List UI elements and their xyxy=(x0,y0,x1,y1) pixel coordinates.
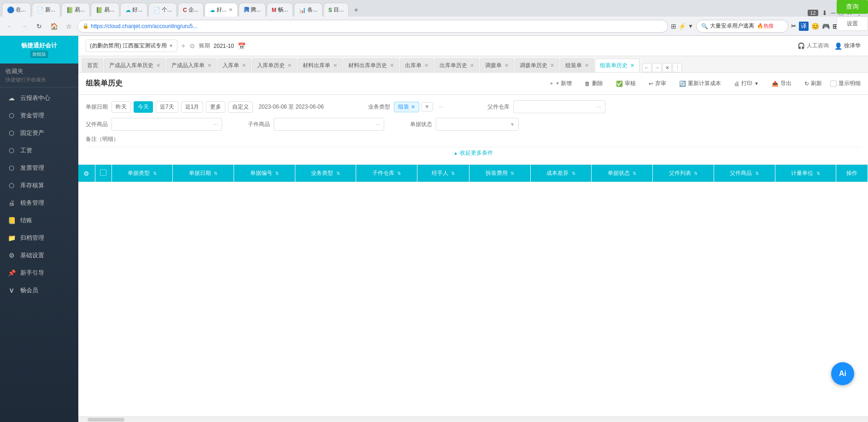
display-checkbox[interactable] xyxy=(830,81,837,87)
sidebar-item-cloud-report[interactable]: ☁ 云报表中心 xyxy=(0,89,78,107)
collapse-bar[interactable]: ▲ 收起更多条件 xyxy=(86,147,861,159)
browser-tab-4[interactable]: 📗 易... xyxy=(91,3,119,17)
calendar-icon[interactable]: 📅 xyxy=(238,42,246,50)
doc-tab-assembly[interactable]: 组装单 ✕ xyxy=(560,58,594,72)
minimize-button[interactable]: ─ xyxy=(831,9,836,17)
browser-tab-6[interactable]: 📄 个... xyxy=(148,3,177,17)
browser-tab-11[interactable]: 📊 各... xyxy=(294,3,323,17)
browser-tab-9[interactable]: 腾 腾... xyxy=(239,3,266,17)
out-order-close[interactable]: ✕ xyxy=(424,63,428,69)
assembly-hist-close[interactable]: ✕ xyxy=(630,63,634,69)
scrollbar-thumb[interactable] xyxy=(88,418,124,422)
display-toggle[interactable]: 显示明细 xyxy=(830,80,861,87)
parent-goods-input[interactable]: ··· xyxy=(111,118,222,131)
in-hist-close[interactable]: ✕ xyxy=(287,63,292,69)
sidebar-item-member[interactable]: V 畅会员 xyxy=(0,282,78,299)
translate-icon[interactable]: 译 xyxy=(799,22,809,31)
browser-tab-2[interactable]: 📄 新... xyxy=(32,3,60,17)
browser-tab-3[interactable]: 📗 易... xyxy=(61,3,90,17)
order-status-input[interactable]: ▼ xyxy=(436,118,519,131)
th-child-warehouse[interactable]: 子件仓库 ⇅ xyxy=(356,165,417,182)
th-handler[interactable]: 经手人 ⇅ xyxy=(417,165,469,182)
bookmark-button[interactable]: ☆ xyxy=(63,20,75,32)
browser-tab-12[interactable]: S 目... xyxy=(323,3,349,17)
custom-btn[interactable]: 自定义 xyxy=(228,101,253,113)
mat-out-hist-close[interactable]: ✕ xyxy=(390,63,394,69)
prod-in-hist-close[interactable]: ✕ xyxy=(156,63,160,69)
home-button[interactable]: 🏠 xyxy=(48,20,60,32)
browser-tab-1[interactable]: 🔵 在... xyxy=(2,3,31,17)
th-order-date[interactable]: 单据日期 ⇅ xyxy=(173,165,234,182)
browser-tab-5[interactable]: ☁ 好... xyxy=(120,3,147,17)
lightning-icon[interactable]: ⚡ xyxy=(678,23,686,30)
forward-button[interactable]: → xyxy=(18,20,30,32)
delete-button[interactable]: 🗑 删除 xyxy=(580,77,608,90)
scissors-icon[interactable]: ✂ xyxy=(791,23,796,29)
doc-tab-prod-in[interactable]: 产成品入库单 ✕ xyxy=(166,58,217,72)
print-button[interactable]: 🖨 打印 ▼ xyxy=(729,77,763,90)
week-btn[interactable]: 近7天 xyxy=(156,101,178,113)
tab-more-button[interactable]: ⋮ xyxy=(673,63,682,72)
tab-next-button[interactable]: → xyxy=(652,63,662,72)
today-btn[interactable]: 今天 xyxy=(134,101,153,113)
prod-in-close[interactable]: ✕ xyxy=(207,63,211,69)
doc-tab-prod-in-hist[interactable]: 产成品入库单历史 ✕ xyxy=(104,58,165,72)
download-icon[interactable]: ⬇ xyxy=(822,9,827,17)
horizontal-scrollbar[interactable] xyxy=(78,416,868,422)
browser-tab-10[interactable]: M 畅... xyxy=(267,3,293,17)
audit-button[interactable]: ✅ 审核 xyxy=(611,77,640,90)
search-bar[interactable]: 🔍 大量安卓用户逃离 🔥 热搜 xyxy=(696,20,788,33)
yesterday-btn[interactable]: 昨天 xyxy=(111,101,131,113)
doc-tab-mat-out[interactable]: 材料出库单 ✕ xyxy=(298,58,342,72)
doc-tab-in-order[interactable]: 入库单 ✕ xyxy=(217,58,251,72)
settings-gear-icon[interactable]: ⚙ xyxy=(189,42,195,50)
sidebar-item-tax[interactable]: 🖨 税务管理 xyxy=(0,194,78,212)
service-button[interactable]: 🎧 人工咨询 xyxy=(798,42,829,50)
sidebar-item-invoice[interactable]: ⬡ 发票管理 xyxy=(0,159,78,177)
transfer-hist-close[interactable]: ✕ xyxy=(550,63,554,69)
sidebar-item-fund[interactable]: ⬡ 资金管理 xyxy=(0,107,78,124)
browser-tab-8[interactable]: ☁ 好... ✕ xyxy=(205,3,238,17)
doc-tab-transfer-hist[interactable]: 调拨单历史 ✕ xyxy=(515,58,559,72)
month-btn[interactable]: 近1月 xyxy=(181,101,204,113)
transfer-close[interactable]: ✕ xyxy=(504,63,509,69)
assembly-close[interactable]: ✕ xyxy=(585,63,589,69)
add-button[interactable]: ＋ + 新增 xyxy=(544,77,576,90)
th-cost-diff[interactable]: 成本差异 ⇅ xyxy=(530,165,592,182)
reload-button[interactable]: ↻ xyxy=(33,20,45,32)
doc-tab-assembly-hist[interactable]: 组装单历史 ✕ xyxy=(595,58,639,72)
biz-type-dots[interactable]: ··· xyxy=(439,104,443,110)
sidebar-item-guide[interactable]: 📌 新手引导 xyxy=(0,264,78,282)
th-order-no[interactable]: 单据编号 ⇅ xyxy=(234,165,295,182)
doc-tab-out-hist[interactable]: 出库单历史 ✕ xyxy=(434,58,479,72)
sidebar-item-fixed-assets[interactable]: ⬡ 固定资产 xyxy=(0,124,78,142)
more-date-btn[interactable]: 更多 xyxy=(206,101,225,113)
th-parent-list[interactable]: 父件列表 ⇅ xyxy=(653,165,714,182)
add-period-icon[interactable]: + xyxy=(181,42,185,50)
sidebar-item-salary[interactable]: ⬡ 工资 xyxy=(0,142,78,159)
biz-type-dropdown[interactable]: ▼ xyxy=(421,102,433,111)
out-hist-close[interactable]: ✕ xyxy=(470,63,474,69)
th-biz-type[interactable]: 业务类型 ⇅ xyxy=(295,165,356,182)
sidebar-item-settlement[interactable]: 📒 结账 xyxy=(0,212,78,229)
assembly-tag-close[interactable]: ✕ xyxy=(411,104,415,110)
favorites-section[interactable]: 收藏夹 快捷键打开收藏夹 xyxy=(0,64,78,87)
emoji-icon[interactable]: 😊 xyxy=(811,23,819,30)
table-settings-icon[interactable]: ⚙ xyxy=(83,170,89,177)
sidebar-item-settings[interactable]: ⚙ 基础设置 xyxy=(0,247,78,264)
tab-prev-button[interactable]: ← xyxy=(642,63,651,72)
doc-tab-out-order[interactable]: 出库单 ✕ xyxy=(400,58,434,72)
th-order-type[interactable]: 单据类型 ⇅ xyxy=(111,165,173,182)
th-settings[interactable]: ⚙ xyxy=(78,165,95,182)
doc-tab-transfer[interactable]: 调拨单 ✕ xyxy=(480,58,514,72)
back-button[interactable]: ← xyxy=(4,20,16,32)
game-icon[interactable]: 🎮 xyxy=(822,23,830,30)
tab-close-all-button[interactable]: ✕ xyxy=(663,63,672,72)
browser-tab-7[interactable]: C 企... xyxy=(178,3,204,17)
in-order-close[interactable]: ✕ xyxy=(242,63,246,69)
sidebar-item-inventory[interactable]: ⬡ 库存核算 xyxy=(0,177,78,194)
tab-close-8[interactable]: ✕ xyxy=(229,7,233,13)
th-parent-goods[interactable]: 父件商品 ⇅ xyxy=(714,165,775,182)
sidebar-item-archive[interactable]: 📁 归档管理 xyxy=(0,229,78,247)
address-bar[interactable]: 🔒 https://cloud.chanjet.com/accounting/u… xyxy=(77,20,668,33)
